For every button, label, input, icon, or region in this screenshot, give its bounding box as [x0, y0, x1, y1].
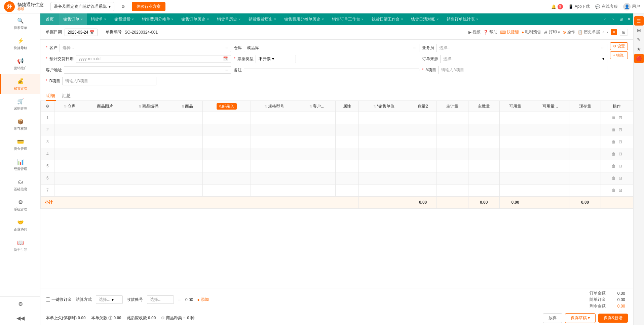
nav-next-btn[interactable]: › — [607, 30, 608, 35]
one-click-order-label[interactable]: 一键收订金 — [46, 297, 72, 302]
trial-btn[interactable]: 体验行业方案 — [132, 2, 165, 11]
payment-account-select[interactable]: 选择... — [147, 295, 174, 304]
remark-input[interactable] — [244, 69, 419, 71]
tab-expand-btn[interactable]: ⊞ — [617, 17, 625, 22]
app-download[interactable]: 📱 App下载 — [568, 4, 590, 9]
sidebar-item-11[interactable]: 📖 新手引导 — [0, 235, 40, 255]
delete-icon-6[interactable]: 🗑 — [612, 176, 616, 180]
table-tab-0[interactable]: 明细 — [46, 91, 56, 101]
delete-icon-4[interactable]: 🗑 — [612, 152, 616, 156]
tab-item-7[interactable]: 销货退货历史× — [244, 13, 280, 25]
col-header-scan[interactable]: 扫码录入 — [202, 101, 251, 112]
tab-close-10[interactable]: × — [437, 17, 439, 21]
tab-item-10[interactable]: 钱货日清工作台× — [368, 13, 407, 25]
operations-btn[interactable]: ⊙ 操作 — [563, 29, 575, 35]
history-btn[interactable]: 📋 历史单据 — [578, 29, 600, 35]
add-goods-btn[interactable]: + 物流 — [610, 51, 628, 59]
notification-area[interactable]: 🔔 9 — [551, 4, 563, 9]
tab-close-11[interactable]: × — [476, 17, 478, 21]
help-btn[interactable]: ❓ 帮助 — [483, 29, 497, 35]
shortcut-btn[interactable]: ⌨ 快捷键 — [500, 29, 519, 35]
sidebar-item-3[interactable]: 💰 销售管理 — [0, 74, 40, 94]
tab-close-6[interactable]: × — [274, 17, 276, 21]
delete-icon-5[interactable]: 🗑 — [612, 164, 616, 168]
salesperson-input[interactable]: 选择... ··· — [436, 44, 607, 52]
sidebar-item-1[interactable]: ⚡ 快捷导航 — [0, 34, 40, 54]
copy-icon-2[interactable]: ⊡ — [619, 127, 622, 132]
sidebar-item-8[interactable]: 🗂 基础信息 — [0, 175, 40, 195]
tab-close-9[interactable]: × — [401, 17, 403, 21]
tab-item-9[interactable]: 销售订单工作台× — [328, 13, 368, 25]
scan-btn[interactable]: 扫码录入 — [217, 103, 237, 110]
date-input[interactable]: 2023-03-24 📅 — [65, 29, 98, 36]
address-input[interactable]: ··· — [64, 66, 231, 74]
add-payment-btn[interactable]: ● 添加 — [197, 297, 209, 302]
order-source-input[interactable]: 选择... ▾ — [440, 55, 607, 63]
tab-close-4[interactable]: × — [207, 17, 209, 21]
payment-method-select[interactable]: 选择... ▾ — [96, 295, 123, 304]
invoice-type-select[interactable]: 不开票 ▾ — [256, 55, 296, 63]
tab-close-5[interactable]: × — [238, 17, 240, 21]
copy-icon-4[interactable]: ⊡ — [619, 152, 622, 156]
setting-btn[interactable]: ⚙ 设置 — [610, 42, 628, 50]
user-area[interactable]: 👤 用户 — [623, 3, 640, 10]
copy-icon-5[interactable]: ⊡ — [619, 164, 622, 168]
delete-icon-1[interactable]: 🗑 — [612, 115, 616, 120]
delivery-date-input[interactable]: yyyy-mm-dd 📅 — [76, 55, 231, 63]
sidebar-item-10[interactable]: 🤝 企业协同 — [0, 215, 40, 235]
save-draft-btn[interactable]: 保存草稿 ▾ — [565, 313, 596, 323]
sidebar-item-6[interactable]: 💳 资金管理 — [0, 134, 40, 155]
list-view-btn[interactable]: ≡ — [611, 29, 617, 35]
copy-icon-1[interactable]: ⊡ — [619, 115, 622, 120]
b-project-input[interactable]: 请输入B项目 — [62, 77, 156, 85]
warehouse-input[interactable]: 成品库 ··· — [244, 44, 419, 52]
delete-icon-7[interactable]: 🗑 — [612, 188, 616, 193]
delete-icon-3[interactable]: 🗑 — [612, 139, 616, 144]
tab-home[interactable]: 首页 — [40, 13, 59, 25]
col-setting-icon[interactable]: ⚙ — [46, 104, 49, 109]
view-btn[interactable]: ▶ 视频 — [468, 29, 481, 35]
profit-btn[interactable]: ● 毛利预告 — [522, 29, 541, 35]
tab-item-5[interactable]: 销售订单历史× — [177, 13, 213, 25]
sidebar-item-5[interactable]: 📦 库存核算 — [0, 114, 40, 134]
copy-icon-3[interactable]: ⊡ — [619, 139, 622, 144]
copy-icon-7[interactable]: ⊡ — [619, 188, 622, 193]
print-btn[interactable]: 🖨 打印 ▾ — [544, 29, 560, 35]
settings-icon[interactable]: ⚙ — [118, 2, 128, 11]
tab-item-11[interactable]: 钱货日清对账× — [407, 13, 443, 25]
tab-close-all-btn[interactable]: ✕ — [625, 17, 633, 22]
system-selector[interactable]: 装备及固定资产辅助管理系统 ▾ — [50, 2, 114, 11]
sidebar-item-2[interactable]: 📢 营销推广 — [0, 54, 40, 74]
tab-item-2[interactable]: 销货单× — [87, 13, 110, 25]
discard-btn[interactable]: 放弃 — [543, 313, 562, 323]
tab-item-12[interactable]: 销售订单统计表× — [443, 13, 482, 25]
sidebar-item-7[interactable]: 📊 经营管理 — [0, 155, 40, 175]
copy-icon-6[interactable]: ⊡ — [619, 176, 622, 180]
sidebar-item-4[interactable]: 🛒 采购管理 — [0, 94, 40, 114]
customer-input[interactable]: 选择... ··· — [60, 44, 231, 52]
sidebar-collapse[interactable]: ◀◀ — [0, 311, 40, 325]
tab-item-4[interactable]: 销售费用分摊单× — [138, 13, 178, 25]
tab-item-6[interactable]: 销货单历史× — [213, 13, 244, 25]
tab-close-0[interactable]: × — [81, 17, 83, 21]
tab-prev-btn[interactable]: ‹ — [601, 17, 609, 22]
tab-close-1[interactable]: × — [104, 17, 106, 21]
sidebar-item-0[interactable]: 🔍 搜索菜单 — [0, 13, 40, 34]
table-tab-1[interactable]: 汇总 — [61, 91, 71, 101]
nav-prev-btn[interactable]: ‹ — [603, 30, 604, 35]
tab-item-1[interactable]: 销售订单× — [59, 13, 87, 25]
grid-view-btn[interactable]: ⊞ — [620, 29, 628, 36]
online-service[interactable]: 💬 在线客服 — [595, 4, 618, 9]
alert-icon[interactable]: 🔴 — [634, 54, 644, 63]
menu-lines-icon[interactable]: ☰ — [634, 16, 644, 26]
tab-next-btn[interactable]: › — [609, 17, 617, 22]
delete-icon-2[interactable]: 🗑 — [612, 127, 616, 132]
one-click-order-checkbox[interactable] — [46, 297, 50, 302]
tab-close-8[interactable]: × — [362, 17, 364, 21]
tab-item-3[interactable]: 销货退货× — [110, 13, 138, 25]
sidebar-item-9[interactable]: ⚙ 系统管理 — [0, 195, 40, 215]
tab-close-7[interactable]: × — [322, 17, 324, 21]
tab-item-8[interactable]: 销售费用分摊单历史× — [280, 13, 328, 25]
star-icon[interactable]: ★ — [634, 44, 644, 54]
save-new-btn[interactable]: 保存&新增 — [598, 314, 628, 323]
